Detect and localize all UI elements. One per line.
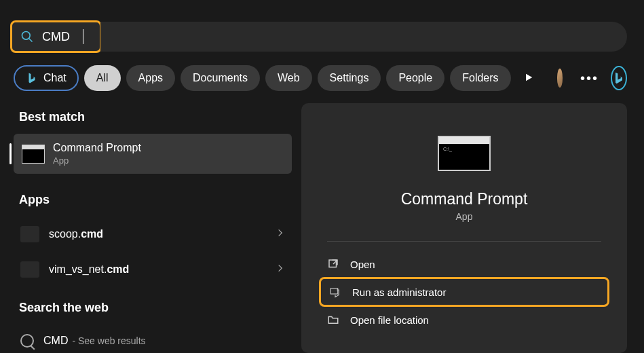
file-icon <box>20 261 39 278</box>
best-match-title: Command Prompt <box>53 142 141 154</box>
svg-line-1 <box>29 39 33 42</box>
bing-chat-button[interactable] <box>611 66 627 90</box>
tab-label: Folders <box>462 72 498 83</box>
more-icon[interactable]: ••• <box>580 71 599 86</box>
tab-folders[interactable]: Folders <box>450 65 510 91</box>
bing-icon <box>26 72 38 84</box>
best-match-header: Best match <box>14 103 292 134</box>
divider <box>327 241 602 242</box>
app-result-label: scoop.cmd <box>49 228 266 240</box>
action-label: Open <box>350 259 375 270</box>
apps-header: Apps <box>14 186 292 217</box>
action-label: Run as administrator <box>352 286 446 298</box>
search-icon <box>20 334 34 348</box>
search-box-highlight <box>10 20 102 53</box>
chevron-right-icon <box>276 228 285 240</box>
web-result-item[interactable]: CMD- See web results <box>14 324 292 348</box>
search-input-wrapper[interactable] <box>14 24 98 50</box>
shield-icon <box>329 286 341 298</box>
web-result-label: CMD- See web results <box>43 335 285 347</box>
best-match-item[interactable]: Command Prompt App <box>14 134 292 174</box>
action-run-as-admin[interactable]: Run as administrator <box>319 277 609 307</box>
tab-settings[interactable]: Settings <box>318 65 381 91</box>
app-result-item[interactable]: vim_vs_net.cmd <box>14 252 292 287</box>
play-icon[interactable] <box>523 72 534 84</box>
tab-people[interactable]: People <box>386 65 444 91</box>
action-open-file-location[interactable]: Open file location <box>319 307 609 333</box>
tab-apps[interactable]: Apps <box>126 65 175 91</box>
results-content: Best match Command Prompt App Apps scoop… <box>14 103 627 353</box>
tab-label: Web <box>278 72 300 83</box>
tab-web[interactable]: Web <box>265 65 312 91</box>
tab-documents[interactable]: Documents <box>181 65 260 91</box>
tab-all[interactable]: All <box>84 65 121 91</box>
tab-label: All <box>96 72 109 83</box>
user-avatar[interactable] <box>557 69 563 88</box>
search-web-header: Search the web <box>14 294 292 324</box>
text-cursor <box>83 29 83 44</box>
tab-label: Apps <box>138 72 163 83</box>
details-panel: C:\_ Command Prompt App Open Run as admi… <box>301 103 627 353</box>
chat-label: Chat <box>43 72 67 84</box>
chat-tab[interactable]: Chat <box>14 65 79 91</box>
app-result-item[interactable]: scoop.cmd <box>14 217 292 252</box>
search-bar <box>10 20 627 53</box>
tab-label: People <box>398 72 432 83</box>
folder-icon <box>327 314 339 326</box>
search-bar-extension[interactable] <box>100 22 627 52</box>
action-list: Open Run as administrator Open file loca… <box>315 251 613 333</box>
results-left-column: Best match Command Prompt App Apps scoop… <box>14 103 292 353</box>
details-title: Command Prompt <box>401 190 528 208</box>
svg-point-0 <box>22 32 31 40</box>
app-result-label: vim_vs_net.cmd <box>49 263 266 276</box>
file-icon <box>20 226 39 242</box>
svg-rect-2 <box>329 260 337 267</box>
search-input[interactable] <box>42 30 83 44</box>
tab-label: Settings <box>330 72 369 83</box>
action-open[interactable]: Open <box>319 251 609 277</box>
chevron-right-icon <box>276 263 285 276</box>
best-match-sub: App <box>53 155 141 166</box>
filter-tabs-row: Chat All Apps Documents Web Settings Peo… <box>14 65 627 91</box>
svg-rect-3 <box>330 289 338 294</box>
command-prompt-icon <box>22 145 45 164</box>
tab-label: Documents <box>193 72 248 83</box>
open-icon <box>327 258 339 270</box>
command-prompt-large-icon: C:\_ <box>438 136 491 171</box>
action-label: Open file location <box>350 314 429 326</box>
details-sub: App <box>456 211 473 222</box>
search-icon <box>20 30 34 43</box>
